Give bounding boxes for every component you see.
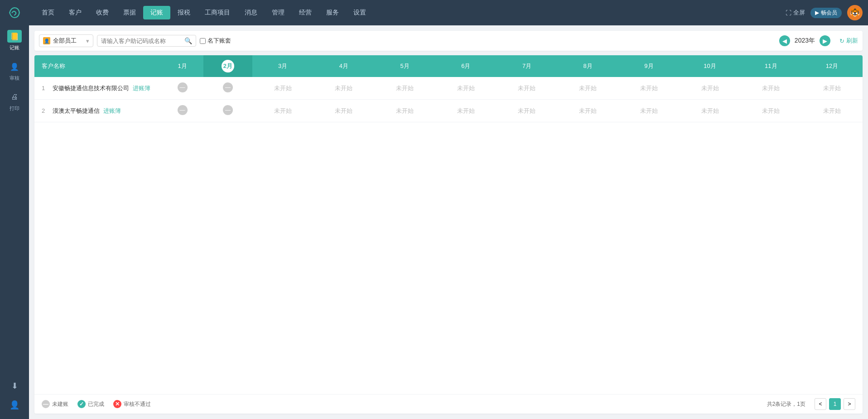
table-row: 2 漠澳太平畅捷通信 进账簿 未开始未开始未开始未开始未开始未开始未开始未开始未… [34, 100, 863, 122]
table-wrapper: 客户名称 1月 2月 3月 4月 5月 6月 7月 8月 [34, 55, 863, 394]
status-not-started: 未开始 [335, 107, 352, 114]
status-not-started: 未开始 [335, 85, 352, 92]
refresh-button[interactable]: ↻ 刷新 [839, 37, 858, 45]
status-not-started: 未开始 [579, 85, 597, 92]
month-cell: 未开始 [801, 100, 863, 122]
search-button[interactable]: 🔍 [184, 37, 192, 44]
month-cell: 未开始 [497, 77, 558, 100]
table-container: 客户名称 1月 2月 3月 4月 5月 6月 7月 8月 [34, 55, 863, 414]
employee-icon: 👤 [43, 37, 50, 44]
col-header-aug: 8月 [557, 55, 618, 77]
status-circle-icon [178, 105, 188, 115]
month-cell: 未开始 [557, 77, 618, 100]
vip-label: 畅会员 [821, 9, 837, 17]
nav-ledger[interactable]: 记账 [143, 6, 170, 19]
prev-year-button[interactable]: ◀ [779, 35, 790, 46]
legend-teal-icon: ✓ [77, 400, 86, 408]
legend-rejected: ✕ 审核不通过 [113, 400, 151, 408]
audit-icon: 👤 [7, 60, 22, 73]
nav-business[interactable]: 工商项目 [198, 6, 237, 19]
status-not-started: 未开始 [396, 107, 414, 114]
month-cell [203, 77, 252, 100]
month-cell: 未开始 [557, 100, 618, 122]
row-number: 2 [42, 107, 49, 114]
status-not-started: 未开始 [762, 107, 780, 114]
col-header-name: 客户名称 [34, 55, 161, 77]
nav-tax[interactable]: 报税 [170, 6, 198, 19]
status-circle-icon [223, 105, 233, 115]
pagination: < 1 > [815, 398, 855, 410]
next-year-button[interactable]: ▶ [820, 35, 830, 46]
nav-operations[interactable]: 经营 [292, 6, 319, 19]
month-cell: 未开始 [313, 100, 375, 122]
legend-gray-icon: — [42, 400, 50, 408]
month-cell [203, 100, 252, 122]
sidebar-item-ledger[interactable]: 📒 记账 [0, 25, 29, 56]
month-cell: 未开始 [252, 77, 313, 100]
search-input[interactable] [101, 38, 183, 44]
status-not-started: 未开始 [274, 85, 292, 92]
app-logo [0, 0, 29, 25]
status-not-started: 未开始 [823, 107, 841, 114]
sidebar-item-audit[interactable]: 👤 审核 [0, 56, 29, 86]
status-not-started: 未开始 [396, 85, 414, 92]
sidebar-item-download[interactable]: ⬇ [0, 377, 29, 395]
status-not-started: 未开始 [579, 107, 597, 114]
content: 👤 全部员工 ▾ 🔍 名下账套 ◀ 2023年 ▶ ↻ 刷新 [29, 25, 868, 419]
sidebar-item-ledger-label: 记账 [10, 44, 19, 51]
avatar-icon: 🐯 [850, 8, 860, 18]
col-header-mar: 3月 [252, 55, 313, 77]
sidebar-item-print[interactable]: 🖨 打印 [0, 86, 29, 116]
status-not-started: 未开始 [701, 85, 719, 92]
sidebar: 📒 记账 👤 审核 🖨 打印 ⬇ 👤 [0, 0, 29, 419]
col-header-sep: 9月 [618, 55, 680, 77]
enter-ledger-link[interactable]: 进账簿 [133, 84, 150, 92]
month-cell: 未开始 [435, 100, 497, 122]
nav-messages[interactable]: 消息 [237, 6, 265, 19]
month-cell: 未开始 [740, 100, 801, 122]
status-not-started: 未开始 [640, 85, 658, 92]
status-not-started: 未开始 [701, 107, 719, 114]
fullscreen-button[interactable]: ⛶ 全屏 [786, 9, 805, 17]
status-not-started: 未开始 [762, 85, 780, 92]
status-circle-icon [178, 82, 188, 92]
nav-billing[interactable]: 收费 [89, 6, 116, 19]
prev-page-button[interactable]: < [815, 398, 826, 410]
mine-label: 名下账套 [207, 37, 231, 45]
client-name: 漠澳太平畅捷通信 [53, 107, 100, 115]
status-not-started: 未开始 [274, 107, 292, 114]
sidebar-item-user[interactable]: 👤 [0, 396, 29, 414]
month-cell: 未开始 [374, 100, 435, 122]
status-circle-icon [223, 82, 233, 92]
month-cell: 未开始 [497, 100, 558, 122]
nav-clients[interactable]: 客户 [62, 6, 89, 19]
table-row: 1 安徽畅捷通信息技术有限公司 进账簿 未开始未开始未开始未开始未开始未开始未开… [34, 77, 863, 100]
mine-checkbox[interactable] [200, 38, 206, 44]
col-header-oct: 10月 [680, 55, 741, 77]
avatar[interactable]: 🐯 [847, 5, 863, 20]
year-display: 2023年 [795, 37, 815, 45]
month-cell: 未开始 [313, 77, 375, 100]
next-page-button[interactable]: > [844, 398, 855, 410]
total-count: 共2条记录，1页 [767, 400, 805, 408]
vip-button[interactable]: ▶ 畅会员 [810, 8, 842, 18]
nav-right: ⛶ 全屏 ▶ 畅会员 🐯 [786, 5, 863, 20]
nav-home[interactable]: 首页 [34, 6, 62, 19]
nav-services[interactable]: 服务 [319, 6, 346, 19]
col-header-feb: 2月 [203, 55, 252, 77]
refresh-label: 刷新 [846, 37, 858, 45]
nav-invoices[interactable]: 票据 [116, 6, 143, 19]
nav-management[interactable]: 管理 [265, 6, 292, 19]
dropdown-icon: ▾ [86, 38, 89, 44]
print-icon: 🖨 [7, 91, 22, 103]
mine-checkbox-label[interactable]: 名下账套 [200, 37, 231, 45]
legend-not-built: — 未建账 [42, 400, 68, 408]
enter-ledger-link[interactable]: 进账簿 [103, 107, 121, 115]
month-cell: 未开始 [618, 100, 680, 122]
status-not-started: 未开始 [457, 107, 475, 114]
month-cell: 未开始 [618, 77, 680, 100]
fullscreen-icon: ⛶ [786, 10, 791, 16]
page-1-button[interactable]: 1 [829, 398, 841, 410]
employee-select[interactable]: 👤 全部员工 ▾ [39, 34, 93, 47]
nav-settings[interactable]: 设置 [346, 6, 373, 19]
